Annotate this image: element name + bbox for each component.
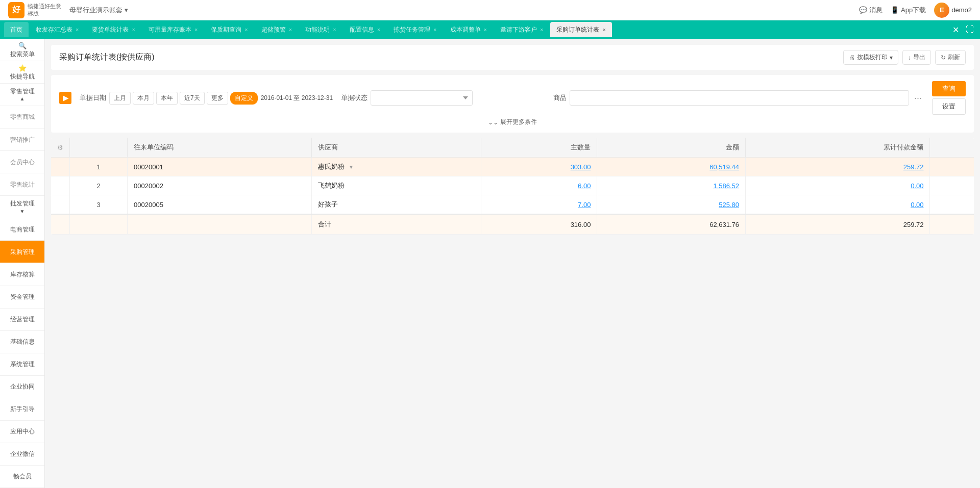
tab-close-icon[interactable]: × (132, 27, 135, 33)
td-paid: 0.00 (746, 176, 930, 195)
tab-label: 配置信息 (350, 25, 374, 34)
date-btn-last-month[interactable]: 上月 (109, 92, 131, 105)
export-button[interactable]: ↓ 导出 (902, 50, 931, 65)
paid-link[interactable]: 0.00 (752, 201, 923, 209)
tab-close-icon[interactable]: × (377, 27, 380, 33)
qty-link[interactable]: 303.00 (487, 163, 591, 171)
sidebar-item-app-center[interactable]: 应用中心 (0, 421, 44, 443)
qty-link[interactable]: 7.00 (487, 201, 591, 209)
main-content: 采购订单统计表(按供应商) 🖨 按模板打印 ▾ ↓ 导出 ↻ 刷新 (45, 39, 980, 488)
tab-close-icon[interactable]: × (433, 27, 436, 33)
tab-6[interactable]: 功能说明 × (299, 22, 342, 37)
tab-close-icon[interactable]: × (484, 27, 487, 33)
td-extra (930, 195, 974, 215)
amount-link[interactable]: 525.80 (603, 201, 739, 209)
goods-input[interactable] (570, 90, 909, 106)
expand-row-icon[interactable]: ▼ (349, 164, 354, 170)
tab-close-icon[interactable]: × (602, 27, 605, 33)
td-index: 2 (70, 176, 128, 195)
date-btn-this-year[interactable]: 本年 (156, 92, 178, 105)
settings-button[interactable]: 设置 (932, 98, 966, 115)
tab-9[interactable]: 成本调整单 × (444, 22, 493, 37)
expand-down-icon: ⌄⌄ (488, 119, 498, 126)
tab-home[interactable]: 首页 (4, 22, 29, 37)
date-btn-this-month[interactable]: 本月 (133, 92, 154, 105)
message-action[interactable]: 💬 消息 (859, 6, 883, 15)
sidebar-item-inventory[interactable]: 库存核算 (0, 263, 44, 286)
tab-5[interactable]: 超储预警 × (255, 22, 298, 37)
sidebar-item-shortcut[interactable]: ⭐ 快捷导航 (0, 61, 44, 84)
sidebar-item-purchase[interactable]: 采购管理 (0, 241, 44, 263)
amount-link[interactable]: 1,586.52 (603, 182, 739, 190)
expand-more-button[interactable]: ⌄⌄ 展开更多条件 (59, 115, 966, 126)
sidebar-item-member2[interactable]: 畅会员 (0, 466, 44, 488)
date-btn-more[interactable]: 更多 (207, 92, 228, 105)
paid-link[interactable]: 259.72 (752, 163, 923, 171)
td-code: 00020001 (128, 158, 312, 176)
sidebar-item-label: 批发管理 (10, 200, 35, 207)
tab-4[interactable]: 保质期查询 × (205, 22, 254, 37)
sidebar-item-cooperation[interactable]: 企业协同 (0, 376, 44, 398)
column-settings-icon[interactable]: ⚙ (57, 144, 63, 151)
sidebar-item-member[interactable]: 会员中心 (0, 151, 44, 173)
sidebar-item-finance[interactable]: 资金管理 (0, 286, 44, 309)
qty-link[interactable]: 6.00 (487, 182, 591, 190)
sidebar-item-marketing[interactable]: 营销推广 (0, 129, 44, 151)
table-row: 2 00020002 飞鹤奶粉 6.00 1,586.52 0.00 (51, 176, 974, 195)
sidebar-item-retail[interactable]: 零售管理 ▲ (0, 84, 44, 106)
user-profile[interactable]: E demo2 (934, 3, 972, 18)
sidebar-item-system[interactable]: 系统管理 (0, 353, 44, 376)
amount-link[interactable]: 60,519.44 (603, 163, 739, 171)
nav-close-button[interactable]: ✕ (949, 23, 962, 36)
sidebar-item-ecommerce[interactable]: 电商管理 (0, 218, 44, 241)
tab-10[interactable]: 邀请下游客户 × (494, 22, 549, 37)
tab-label: 要货单统计表 (92, 25, 129, 34)
date-btn-7days[interactable]: 近7天 (180, 92, 205, 105)
query-button[interactable]: 查询 (932, 81, 966, 96)
paid-link[interactable]: 0.00 (752, 182, 923, 190)
sidebar-item-retail-mall[interactable]: 零售商城 (0, 106, 44, 129)
sidebar-item-operations[interactable]: 经营管理 (0, 309, 44, 331)
date-btn-custom[interactable]: 自定义 (230, 92, 258, 105)
sidebar-item-wholesale[interactable]: 批发管理 ▼ (0, 196, 44, 218)
th-paid: 累计付款金额 (746, 138, 930, 158)
sidebar-item-wechat[interactable]: 企业微信 (0, 443, 44, 466)
tab-label: 可用量库存账本 (149, 25, 191, 34)
tab-3[interactable]: 可用量库存账本 × (142, 22, 204, 37)
more-options-icon[interactable]: ··· (912, 93, 924, 104)
refresh-button[interactable]: ↻ 刷新 (935, 50, 966, 65)
tab-1[interactable]: 收发存汇总表 × (30, 22, 85, 37)
tab-11-active[interactable]: 采购订单统计表 × (550, 22, 611, 37)
tab-close-icon[interactable]: × (194, 27, 198, 33)
sidebar-item-guide[interactable]: 新手引导 (0, 398, 44, 421)
tab-close-icon[interactable]: × (244, 27, 248, 33)
expand-icon: ▼ (20, 209, 25, 214)
nav-fullscreen-button[interactable]: ⛶ (964, 23, 976, 36)
filter-toggle-button[interactable]: ▶ (59, 92, 71, 104)
sidebar-item-label: 畅会员 (13, 473, 32, 480)
td-amount: 525.80 (597, 195, 746, 215)
goods-filter-group: 商品 ··· (553, 90, 924, 106)
expand-more-label: 展开更多条件 (500, 118, 537, 126)
tab-7[interactable]: 配置信息 × (344, 22, 386, 37)
sidebar-item-retail-stat[interactable]: 零售统计 (0, 173, 44, 196)
tab-close-icon[interactable]: × (540, 27, 543, 33)
sidebar-item-basic-info[interactable]: 基础信息 (0, 331, 44, 353)
sidebar-item-search[interactable]: 🔍 搜索菜单 (0, 39, 44, 61)
tab-8[interactable]: 拣货任务管理 × (387, 22, 443, 37)
app-download-action[interactable]: 📱 App下载 (891, 6, 926, 15)
tab-2[interactable]: 要货单统计表 × (86, 22, 141, 37)
tab-close-icon[interactable]: × (289, 27, 292, 33)
tab-close-icon[interactable]: × (76, 27, 79, 33)
avatar: E (934, 3, 949, 18)
footer-settings (51, 214, 70, 235)
tab-close-icon[interactable]: × (333, 27, 336, 33)
home-tab-label: 首页 (10, 25, 22, 34)
td-extra (930, 176, 974, 195)
td-supplier: 惠氏奶粉 ▼ (312, 158, 481, 176)
enterprise-selector[interactable]: 母婴行业演示账套 ▾ (65, 6, 132, 15)
status-select[interactable] (371, 90, 473, 106)
template-print-button[interactable]: 🖨 按模板打印 ▾ (843, 50, 898, 65)
top-bar: 好 畅捷通好生意 标版 母婴行业演示账套 ▾ 💬 消息 📱 App下载 E de… (0, 0, 980, 20)
sidebar-item-label: 企业协同 (10, 383, 35, 390)
